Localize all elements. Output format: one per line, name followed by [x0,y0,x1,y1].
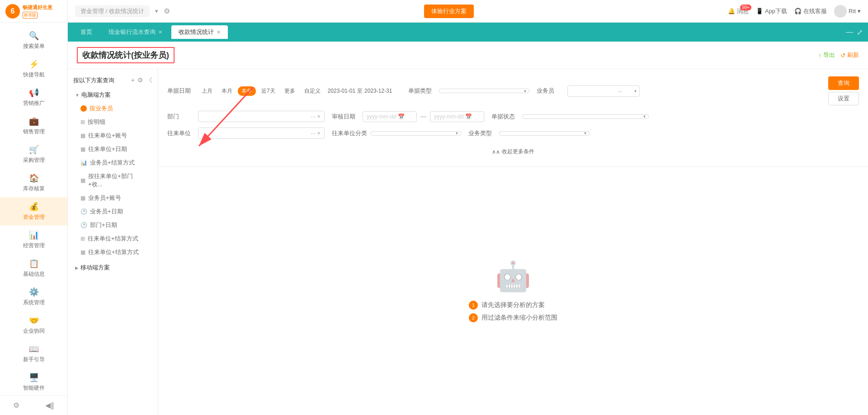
date-tab-this-month[interactable]: 本月 [218,86,236,96]
business-type-select[interactable] [499,131,590,136]
tab-maximize-btn[interactable]: ⤢ [857,28,863,37]
filter-business-type-label: 业务类型 [468,129,495,137]
add-scheme-btn[interactable]: + [131,76,135,85]
sidebar-item-marketing[interactable]: 📢 营销推广 [0,83,67,112]
scheme-item-unit-dept[interactable]: ▦ 按往来单位+部门+收... [71,170,154,191]
scheme-item-salesman-date[interactable]: 🕐 业务员+日期 [71,205,154,218]
tab-bank-flow[interactable]: 现金银行流水查询 ✕ [101,25,170,39]
service-icon: 🎧 [794,8,802,14]
filter-audit-date: 审核日期 yyyy-mm-dd 📅 — yyyy-mm-dd 📅 [332,111,484,122]
scheme-item-icon-grid2: ⊞ [80,236,85,242]
tab-receipt-stat[interactable]: 收款情况统计 ✕ [171,25,228,39]
filter-doc-status-label: 单据状态 [491,113,519,121]
header-settings-icon[interactable]: ⚙ [164,7,170,15]
online-service-btn[interactable]: 🎧 在线客服 [794,7,827,15]
empty-tips: 1 请先选择要分析的方案 2 用过滤条件来缩小分析范围 [469,301,557,322]
scheme-settings-btn[interactable]: ⚙ [137,76,143,85]
dept-select[interactable]: ··· ▾ [198,111,325,122]
scheme-item-label: 按往来单位+部门+收... [88,172,145,189]
sidebar-collapse-btn[interactable]: ◀‖ [45,401,54,410]
tip-item-2: 2 用过滤条件来缩小分析范围 [469,313,557,322]
notification-btn[interactable]: 🔔 消息 99+ [728,7,749,15]
date-tab-this-year[interactable]: 本年 [238,86,256,96]
refresh-btn[interactable]: ↺ 刷新 [840,51,859,59]
scheme-item-icon-table: ▦ [80,132,85,139]
edition-badge: 标准版 [23,12,38,19]
date-tab-more[interactable]: 更多 [281,86,299,96]
page-content: 收款情况统计(按业务员) ↑ 导出 ↺ 刷新 按以下方 [68,42,868,415]
main-content: 资金管理 / 收款情况统计 ▾ ⚙ 体验行业方案 🔔 消息 99+ 📱 App下… [68,0,868,415]
sidebar-item-purchase[interactable]: 🛒 采购管理 [0,140,67,169]
settings-button[interactable]: 设置 [828,92,859,105]
query-button[interactable]: 查询 [828,76,859,90]
sidebar-item-enterprise[interactable]: 🤝 企业协同 [0,311,67,340]
scheme-item-salesman-payment[interactable]: 📊 业务员+结算方式 [71,156,154,170]
scheme-group-mobile: ▶ 移动端方案 [71,261,154,274]
logo-brand: 畅捷通好生意 [23,4,52,11]
sidebar-item-finance[interactable]: 💰 资金管理 [0,197,67,226]
salesman-select[interactable]: ··· [567,85,640,97]
scheme-item-salesman-account[interactable]: ▦ 业务员+账号 [71,191,154,205]
counterpart-select[interactable]: ··· ▾ [198,127,325,139]
tab-receipt-stat-close[interactable]: ✕ [217,29,221,35]
sidebar-item-hardware[interactable]: 🖥️ 智能硬件 [0,368,67,395]
audit-date-start[interactable]: yyyy-mm-dd 📅 [363,111,417,122]
filter-counterpart-category-label: 往来单位分类 [332,129,367,137]
counterpart-category-select[interactable] [371,131,461,136]
breadcrumb-dropdown-icon[interactable]: ▾ [155,8,158,14]
sidebar-item-sales[interactable]: 💼 销售管理 [0,112,67,140]
collapse-btn[interactable]: ∧∧ 收起更多条件 [167,144,859,159]
sidebar-item-search-menu[interactable]: 🔍 搜索菜单 [0,26,67,55]
scheme-item-dept-date[interactable]: 🕐 部门+日期 [71,218,154,232]
date-tab-7days[interactable]: 近7天 [258,86,279,96]
sidebar-item-label: 销售管理 [23,128,45,136]
sidebar-item-inventory[interactable]: 🏠 库存核算 [0,169,67,197]
collapse-label: 收起更多条件 [502,148,534,156]
filter-dept: 部门 ··· ▾ [167,111,325,122]
user-menu[interactable]: Rit ▾ [834,5,861,18]
sidebar-settings-btn[interactable]: ⚙ [13,401,19,410]
sidebar-item-label: 资金管理 [23,213,45,221]
sidebar-item-quick-nav[interactable]: ⚡ 快捷导航 [0,55,67,83]
scheme-item-label: 往来单位+日期 [88,145,127,153]
logo-icon: 6 [5,4,20,19]
scheme-group-desktop-title[interactable]: ▼ 电脑端方案 [71,88,154,102]
system-icon: ⚙️ [29,287,39,297]
desktop-group-label: 电脑端方案 [81,91,111,99]
page-header: 收款情况统计(按业务员) ↑ 导出 ↺ 刷新 [68,42,868,69]
export-btn[interactable]: ↑ 导出 [819,51,835,59]
scheme-item-unit-account[interactable]: ▦ 往来单位+账号 [71,129,154,142]
tab-home[interactable]: 首页 [73,25,99,39]
scheme-group-mobile-title[interactable]: ▶ 移动端方案 [71,261,154,274]
scheme-item-unit-payment1[interactable]: ⊞ 往来单位+结算方式 [71,232,154,245]
date-tab-custom[interactable]: 自定义 [301,86,324,96]
scheme-item-unit-payment2[interactable]: ▦ 往来单位+结算方式 [71,245,154,259]
left-panel-header: 按以下方案查询 + ⚙ 《 [68,73,158,88]
date-tabs: 上月 本月 本年 近7天 更多 自定义 [198,86,324,96]
sidebar-item-operation[interactable]: 📊 经营管理 [0,226,67,254]
filter-date: 单据日期 上月 本月 本年 近7天 更多 自定义 [167,86,392,96]
mobile-group-arrow: ▶ [75,265,79,270]
scheme-item-label: 往来单位+结算方式 [88,235,138,243]
tab-bank-flow-close[interactable]: ✕ [158,29,162,35]
filter-salesman-label: 业务员 [537,87,564,95]
tab-bar-actions: — ⤢ [846,28,863,37]
doc-status-select[interactable] [522,114,649,119]
panel-collapse-btn[interactable]: 《 [146,76,152,85]
scheme-item-unit-date[interactable]: ▦ 往来单位+日期 [71,142,154,156]
app-download-btn[interactable]: 📱 App下载 [756,7,787,15]
dept-more-icon: ··· [311,113,316,120]
audit-date-end[interactable]: yyyy-mm-dd 📅 [430,111,484,122]
sidebar-item-system[interactable]: ⚙️ 系统管理 [0,283,67,311]
doc-type-select[interactable] [439,89,529,93]
sidebar-item-guide[interactable]: 📖 新手引导 [0,340,67,368]
filter-doc-status: 单据状态 [491,113,649,121]
trial-button[interactable]: 体验行业方案 [424,5,474,18]
scheme-item-label: 往来单位+结算方式 [88,248,139,256]
user-menu-arrow: ▾ [858,8,861,14]
sidebar-item-basic[interactable]: 📋 基础信息 [0,254,67,283]
scheme-item-detail[interactable]: ⊞ 按明细 [71,115,154,129]
date-tab-last-month[interactable]: 上月 [198,86,216,96]
scheme-item-by-salesman[interactable]: 按业务员 [71,102,154,115]
tab-minimize-btn[interactable]: — [846,28,853,37]
